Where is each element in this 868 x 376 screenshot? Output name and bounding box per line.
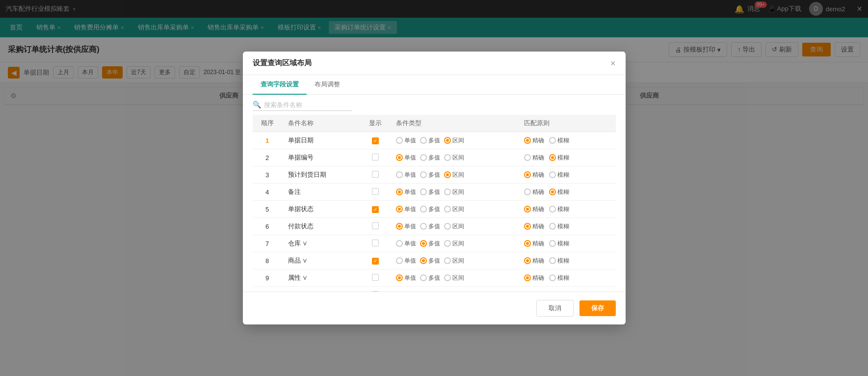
tab-query-fields[interactable]: 查询字段设置 — [253, 75, 307, 95]
type-radio-item[interactable]: 单值 — [396, 274, 416, 282]
radio-label: 模糊 — [557, 154, 569, 162]
match-radio-item[interactable]: 模糊 — [549, 188, 569, 196]
match-radio-group: 精确模糊 — [524, 240, 610, 248]
type-radio-item[interactable]: 单值 — [396, 188, 416, 196]
search-input[interactable] — [264, 101, 352, 108]
cell-display[interactable] — [361, 166, 390, 184]
cell-display[interactable] — [361, 269, 390, 287]
cancel-button[interactable]: 取消 — [536, 300, 574, 317]
type-radio-item[interactable]: 区间 — [444, 171, 464, 179]
radio-label: 单值 — [404, 274, 416, 282]
type-radio-item[interactable]: 多值 — [420, 136, 440, 145]
match-radio-item[interactable]: 精确 — [524, 240, 544, 248]
cell-type: 单值多值区间 — [390, 184, 518, 201]
match-radio-item[interactable]: 模糊 — [549, 240, 569, 248]
cell-type: 单值多值区间 — [390, 252, 518, 269]
type-radio-item[interactable]: 多值 — [420, 222, 440, 231]
match-radio-item[interactable]: 精确 — [524, 205, 544, 214]
match-radio-item[interactable]: 模糊 — [549, 205, 569, 214]
match-radio-item[interactable]: 精确 — [524, 188, 544, 196]
radio-circle-icon — [420, 171, 427, 178]
cell-match: 精确模糊 — [518, 287, 616, 292]
type-radio-item[interactable]: 区间 — [444, 154, 464, 162]
display-checkbox[interactable] — [372, 171, 379, 178]
type-radio-item[interactable]: 区间 — [444, 188, 464, 196]
radio-circle-icon — [524, 240, 531, 247]
cell-display[interactable] — [361, 132, 390, 149]
type-radio-item[interactable]: 多值 — [420, 205, 440, 214]
type-radio-item[interactable]: 多值 — [420, 257, 440, 265]
type-radio-item[interactable]: 区间 — [444, 257, 464, 265]
dialog-close-button[interactable]: × — [610, 59, 616, 68]
cell-display[interactable] — [361, 184, 390, 201]
type-radio-item[interactable]: 单值 — [396, 240, 416, 248]
radio-label: 单值 — [404, 188, 416, 196]
display-checkbox[interactable] — [372, 222, 379, 229]
type-radio-item[interactable]: 区间 — [444, 222, 464, 231]
cell-display[interactable] — [361, 149, 390, 166]
type-radio-item[interactable]: 单值 — [396, 136, 416, 145]
radio-circle-icon — [549, 171, 556, 178]
cell-order: 4 — [253, 184, 282, 201]
type-radio-item[interactable]: 区间 — [444, 274, 464, 282]
match-radio-item[interactable]: 模糊 — [549, 136, 569, 145]
cell-display[interactable] — [361, 218, 390, 235]
type-radio-item[interactable]: 多值 — [420, 154, 440, 162]
dialog-header: 设置查询区域布局 × — [243, 52, 626, 75]
cell-name: 仓库 ∨ — [282, 235, 361, 252]
type-radio-item[interactable]: 多值 — [420, 274, 440, 282]
match-radio-item[interactable]: 精确 — [524, 154, 544, 162]
match-radio-item[interactable]: 精确 — [524, 136, 544, 145]
type-radio-item[interactable]: 多值 — [420, 171, 440, 179]
display-checkbox[interactable] — [372, 188, 379, 195]
table-row: 3预计到货日期单值多值区间精确模糊 — [253, 166, 616, 184]
radio-label: 多值 — [428, 240, 440, 248]
match-radio-item[interactable]: 模糊 — [549, 257, 569, 265]
cell-display[interactable] — [361, 252, 390, 269]
match-radio-item[interactable]: 模糊 — [549, 222, 569, 231]
cell-display[interactable] — [361, 235, 390, 252]
radio-label: 单值 — [404, 154, 416, 162]
radio-circle-icon — [549, 137, 556, 144]
type-radio-item[interactable]: 单值 — [396, 257, 416, 265]
radio-circle-icon — [524, 257, 531, 264]
display-checkbox[interactable] — [372, 154, 379, 161]
radio-circle-icon — [420, 188, 427, 195]
display-checkbox[interactable] — [372, 206, 379, 213]
radio-circle-icon — [524, 154, 531, 161]
display-checkbox[interactable] — [372, 274, 379, 281]
match-radio-item[interactable]: 精确 — [524, 222, 544, 231]
match-radio-item[interactable]: 模糊 — [549, 154, 569, 162]
type-radio-item[interactable]: 单值 — [396, 154, 416, 162]
radio-label: 区间 — [452, 171, 464, 179]
radio-label: 模糊 — [557, 274, 569, 282]
display-checkbox[interactable] — [372, 258, 379, 265]
match-radio-item[interactable]: 模糊 — [549, 274, 569, 282]
cell-order: 5 — [253, 201, 282, 218]
cell-display[interactable] — [361, 287, 390, 292]
match-radio-item[interactable]: 精确 — [524, 257, 544, 265]
type-radio-item[interactable]: 区间 — [444, 205, 464, 214]
cell-name: 备注 — [282, 184, 361, 201]
th-match: 匹配原则 — [518, 115, 616, 132]
cell-display[interactable] — [361, 201, 390, 218]
cell-order: 10 — [253, 287, 282, 292]
tab-layout[interactable]: 布局调整 — [307, 75, 348, 95]
radio-label: 多值 — [428, 274, 440, 282]
display-checkbox[interactable] — [372, 240, 379, 246]
cell-name: 单据编号 — [282, 149, 361, 166]
radio-circle-icon — [420, 154, 427, 161]
type-radio-item[interactable]: 单值 — [396, 205, 416, 214]
match-radio-item[interactable]: 精确 — [524, 274, 544, 282]
type-radio-item[interactable]: 单值 — [396, 171, 416, 179]
display-checkbox[interactable] — [372, 137, 379, 144]
type-radio-item[interactable]: 区间 — [444, 136, 464, 145]
match-radio-item[interactable]: 精确 — [524, 171, 544, 179]
type-radio-item[interactable]: 区间 — [444, 240, 464, 248]
radio-label: 多值 — [428, 154, 440, 162]
type-radio-item[interactable]: 多值 — [420, 188, 440, 196]
type-radio-item[interactable]: 多值 — [420, 240, 440, 248]
match-radio-item[interactable]: 模糊 — [549, 171, 569, 179]
type-radio-item[interactable]: 单值 — [396, 222, 416, 231]
save-button[interactable]: 保存 — [579, 300, 616, 316]
